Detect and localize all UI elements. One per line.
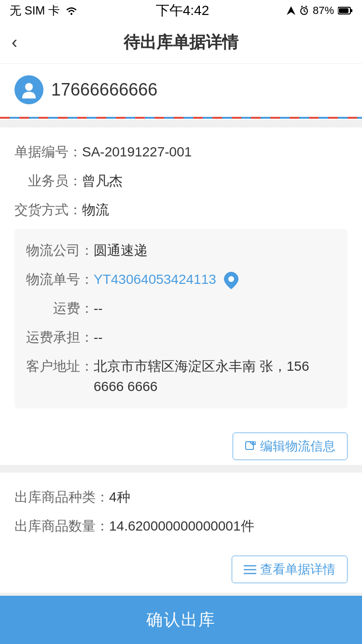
customer-phone: 17666666666 xyxy=(51,80,157,100)
svg-line-4 xyxy=(304,11,306,12)
goods-section: 出库商品种类： 4种 出库商品数量： 14.620000000000001件 xyxy=(0,473,362,546)
order-no-row: 单据编号： SA-20191227-001 xyxy=(14,142,348,162)
freight-bearer-value: -- xyxy=(94,327,336,348)
person-icon xyxy=(20,81,38,98)
freight-bearer-label: 运费承担： xyxy=(26,327,94,348)
svg-line-5 xyxy=(301,6,303,7)
tracking-label: 物流单号： xyxy=(26,269,94,290)
address-label: 客户地址： xyxy=(26,356,94,377)
confirm-button[interactable]: 确认出库 xyxy=(0,596,362,644)
view-details-button[interactable]: 查看单据详情 xyxy=(232,556,348,583)
alarm-icon xyxy=(299,6,309,15)
delivery-label: 交货方式： xyxy=(14,200,82,220)
page-title: 待出库单据详情 xyxy=(124,31,238,54)
svg-rect-8 xyxy=(350,9,352,12)
edit-logistics-area: 编辑物流信息 xyxy=(0,423,362,465)
status-time: 下午4:42 xyxy=(156,1,209,20)
goods-quantity-label: 出库商品数量： xyxy=(14,516,109,536)
nav-bar: ‹ 待出库单据详情 xyxy=(0,21,362,64)
freight-row: 运费： -- xyxy=(26,298,336,319)
tracking-value: YT43064053424113 xyxy=(94,269,336,290)
status-bar: 无 SIM 卡 下午4:42 87% xyxy=(0,0,362,21)
location-arrow-icon xyxy=(287,6,295,15)
confirm-button-label: 确认出库 xyxy=(146,609,216,631)
logistics-card: 物流公司： 圆通速递 物流单号： YT43064053424113 运费： --… xyxy=(14,229,348,408)
logistics-company-label: 物流公司： xyxy=(26,240,94,261)
avatar xyxy=(14,75,43,104)
battery-icon xyxy=(338,7,352,14)
freight-label: 运费： xyxy=(26,298,94,319)
back-button[interactable]: ‹ xyxy=(12,32,17,53)
list-icon xyxy=(244,564,256,575)
goods-quantity-row: 出库商品数量： 14.620000000000001件 xyxy=(14,516,348,536)
battery-text: 87% xyxy=(313,4,334,17)
svg-line-6 xyxy=(306,6,307,7)
goods-type-row: 出库商品种类： 4种 xyxy=(14,487,348,507)
status-right: 87% xyxy=(287,4,352,17)
goods-type-label: 出库商品种类： xyxy=(14,487,109,507)
agent-label: 业务员： xyxy=(14,171,82,191)
address-row: 客户地址： 北京市市辖区海淀区永丰南 张，156 6666 6666 xyxy=(26,356,336,397)
svg-point-11 xyxy=(228,276,234,282)
tracking-row: 物流单号： YT43064053424113 xyxy=(26,269,336,290)
section-divider xyxy=(0,465,362,473)
status-left: 无 SIM 卡 xyxy=(10,3,78,18)
logistics-company-row: 物流公司： 圆通速递 xyxy=(26,240,336,261)
goods-quantity-value: 14.620000000000001件 xyxy=(109,516,348,536)
view-details-area: 查看单据详情 xyxy=(0,546,362,593)
edit-logistics-label: 编辑物流信息 xyxy=(260,438,335,455)
svg-point-0 xyxy=(70,13,72,15)
agent-row: 业务员： 曾凡杰 xyxy=(14,171,348,191)
wifi-icon xyxy=(65,6,78,15)
view-details-label: 查看单据详情 xyxy=(260,561,335,578)
sim-text: 无 SIM 卡 xyxy=(10,3,60,18)
order-info-section: 单据编号： SA-20191227-001 业务员： 曾凡杰 交货方式： 物流 … xyxy=(0,127,362,423)
svg-rect-9 xyxy=(339,8,348,13)
edit-logistics-button[interactable]: 编辑物流信息 xyxy=(233,433,348,460)
edit-icon xyxy=(245,441,256,452)
address-value: 北京市市辖区海淀区永丰南 张，156 6666 6666 xyxy=(94,356,336,397)
agent-value: 曾凡杰 xyxy=(82,171,348,191)
order-no-value: SA-20191227-001 xyxy=(82,142,348,162)
freight-value: -- xyxy=(94,298,336,319)
freight-bearer-row: 运费承担： -- xyxy=(26,327,336,348)
dashed-divider xyxy=(0,116,362,120)
delivery-row: 交货方式： 物流 xyxy=(14,200,348,220)
goods-type-value: 4种 xyxy=(109,487,348,507)
svg-point-10 xyxy=(25,83,33,91)
logistics-company-value: 圆通速递 xyxy=(94,240,336,261)
svg-marker-1 xyxy=(287,6,295,15)
customer-header: 17666666666 xyxy=(0,64,362,116)
location-pin-icon[interactable] xyxy=(224,272,238,289)
delivery-value: 物流 xyxy=(82,200,348,220)
order-no-label: 单据编号： xyxy=(14,142,82,162)
